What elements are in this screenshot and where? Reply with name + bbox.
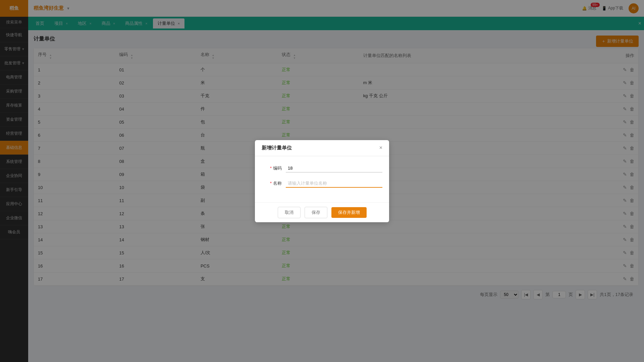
modal-overlay[interactable]: 新增计量单位 × *编码 *名称 取消 保存 保存并新增 bbox=[0, 0, 644, 362]
code-label: *编码 bbox=[262, 165, 282, 171]
code-field-row: *编码 bbox=[262, 164, 382, 173]
required-mark: * bbox=[270, 166, 272, 171]
name-field-row: *名称 bbox=[262, 179, 382, 188]
modal-footer: 取消 保存 保存并新增 bbox=[255, 202, 389, 222]
code-input[interactable] bbox=[286, 164, 382, 173]
cancel-button[interactable]: 取消 bbox=[278, 207, 301, 218]
required-mark: * bbox=[270, 181, 272, 186]
save-and-new-button[interactable]: 保存并新增 bbox=[331, 207, 367, 218]
modal-header: 新增计量单位 × bbox=[255, 140, 389, 156]
modal-title: 新增计量单位 bbox=[262, 145, 292, 151]
modal-body: *编码 *名称 bbox=[255, 156, 389, 202]
save-button[interactable]: 保存 bbox=[305, 207, 327, 218]
name-label: *名称 bbox=[262, 180, 282, 186]
add-unit-modal: 新增计量单位 × *编码 *名称 取消 保存 保存并新增 bbox=[255, 140, 389, 222]
name-input[interactable] bbox=[286, 179, 382, 188]
modal-close-button[interactable]: × bbox=[379, 145, 382, 150]
